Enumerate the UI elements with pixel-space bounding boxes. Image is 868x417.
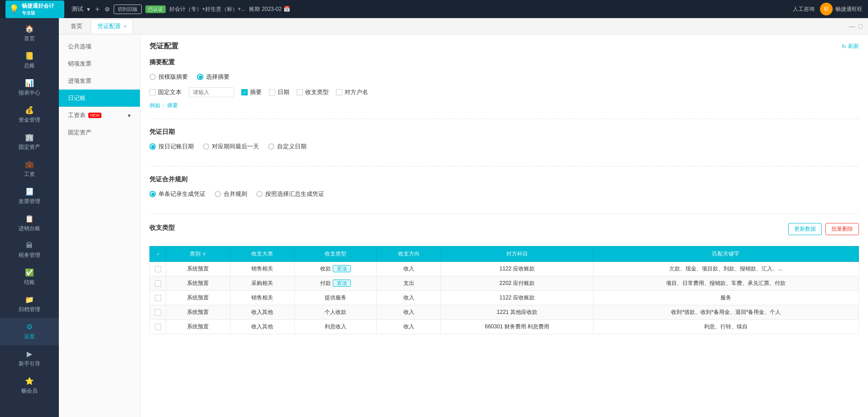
sidebar-item-ledger[interactable]: 📒 总账 bbox=[0, 47, 59, 74]
refresh-button[interactable]: ↻ 刷新 bbox=[842, 43, 859, 50]
tab-home[interactable]: 首页 bbox=[64, 19, 89, 33]
sidebar-item-inout[interactable]: 📋 进销台账 bbox=[0, 210, 59, 237]
row2-type: 付款 置顶 bbox=[294, 276, 377, 291]
row2-check[interactable] bbox=[150, 276, 166, 291]
summary-checkbox-group: 固定文本 ✓ 摘要 日期 收支类型 bbox=[149, 87, 859, 97]
left-nav-payroll[interactable]: 工资表 NEW ▾ bbox=[59, 107, 140, 124]
th-checkbox[interactable]: ✓ bbox=[150, 246, 166, 262]
expand-icon[interactable]: ▾ bbox=[128, 112, 131, 119]
radio-template-circle bbox=[149, 74, 156, 80]
checkbox-income-type[interactable]: 收支类型 bbox=[297, 88, 329, 96]
invoice-icon: 🧾 bbox=[25, 187, 34, 196]
checkbox-date[interactable]: 日期 bbox=[269, 88, 289, 96]
left-nav-sales-label: 销项发票 bbox=[68, 60, 91, 68]
radio-single-label: 单条记录生成凭证 bbox=[158, 190, 206, 198]
dropdown-icon[interactable]: ▾ bbox=[87, 6, 90, 13]
logo-name: 畅捷通好会计 bbox=[22, 2, 54, 10]
sidebar-item-home[interactable]: 🏠 首页 bbox=[0, 20, 59, 47]
row1-keywords: 欠款、现金、项目款、到款、报销款、汇入、... bbox=[593, 262, 858, 276]
page-content: 公共选项 销项发票 进项发票 日记账 工资表 NEW ▾ 固定资产 bbox=[59, 34, 868, 417]
refresh-label: 刷新 bbox=[848, 43, 859, 50]
example-prefix: 例如： bbox=[149, 102, 166, 109]
sidebar-item-capital[interactable]: 💰 资金管理 bbox=[0, 101, 59, 128]
minimize-button[interactable]: — bbox=[849, 23, 855, 30]
user-menu[interactable]: 旺 畅捷通旺旺 bbox=[820, 3, 863, 15]
row4-check[interactable] bbox=[150, 305, 166, 320]
row4-keywords: 收到*借款、收到*备用金、退回*备用金、个人 bbox=[593, 305, 858, 320]
row2-keywords: 项目、日常费用、报销款、车费、承兑汇票、付款 bbox=[593, 276, 858, 291]
radio-journal-date-circle bbox=[149, 143, 156, 150]
radio-single-record[interactable]: 单条记录生成凭证 bbox=[149, 190, 206, 198]
date-section: 凭证日期 按日记账日期 对应期间最后一天 自定义日期 bbox=[149, 128, 859, 166]
row4-type: 个人收款 bbox=[294, 305, 377, 320]
merge-section-title: 凭证合并规则 bbox=[149, 175, 859, 184]
sidebar-item-tax[interactable]: 🏛 税务管理 bbox=[0, 237, 59, 264]
left-nav-purchase-label: 进项发票 bbox=[68, 77, 91, 85]
row1-direction: 收入 bbox=[377, 262, 441, 276]
sidebar-label-invoice: 发票管理 bbox=[19, 198, 40, 205]
row4-category: 系统预置 bbox=[166, 305, 230, 320]
sidebar-item-reports[interactable]: 📊 报表中心 bbox=[0, 74, 59, 101]
capital-icon: 💰 bbox=[25, 106, 34, 114]
radio-custom-date[interactable]: 自定义日期 bbox=[268, 142, 307, 151]
left-nav-fixed-assets[interactable]: 固定资产 bbox=[59, 124, 140, 141]
left-nav-sales[interactable]: 销项发票 bbox=[59, 55, 140, 72]
sidebar-item-close[interactable]: ✅ 结账 bbox=[0, 264, 59, 291]
logo-sub: 专业版 bbox=[22, 10, 54, 16]
left-nav-fixed-assets-label: 固定资产 bbox=[68, 128, 91, 137]
radio-merge-rule[interactable]: 合并规则 bbox=[215, 190, 247, 198]
sidebar-item-archive[interactable]: 📁 归档管理 bbox=[0, 291, 59, 318]
row1-check[interactable] bbox=[150, 262, 166, 276]
radio-period-last[interactable]: 对应期间最后一天 bbox=[203, 142, 259, 151]
checkbox-summary-label: 摘要 bbox=[250, 88, 262, 96]
left-nav-journal[interactable]: 日记账 bbox=[59, 90, 140, 107]
sidebar-item-invoice[interactable]: 🧾 发票管理 bbox=[0, 183, 59, 210]
certified-badge: 已认证 bbox=[145, 5, 166, 13]
tab-window-actions: — □ bbox=[849, 23, 863, 30]
radio-journal-date[interactable]: 按日记账日期 bbox=[149, 142, 194, 151]
row2-category: 系统预置 bbox=[166, 276, 230, 291]
support-link[interactable]: 人工咨询 bbox=[793, 5, 815, 13]
row1-category: 系统预置 bbox=[166, 262, 230, 276]
checkbox-counterpart[interactable]: 对方户名 bbox=[336, 88, 368, 96]
sidebar-item-settings[interactable]: ⚙ 设置 bbox=[0, 318, 59, 345]
example-text: 例如： 摘要 bbox=[149, 102, 859, 109]
row5-subject: 660301 财务费用 利息费用 bbox=[441, 320, 594, 334]
add-icon[interactable]: ＋ bbox=[94, 5, 101, 14]
row3-direction: 收入 bbox=[377, 291, 441, 305]
sidebar-item-assets[interactable]: 🏢 固定资产 bbox=[0, 128, 59, 156]
sidebar-label-settings: 设置 bbox=[24, 333, 35, 341]
checkbox-fixed-text[interactable]: 固定文本 bbox=[149, 88, 182, 96]
row4-direction: 收入 bbox=[377, 305, 441, 320]
sidebar-label-assets: 固定资产 bbox=[19, 143, 40, 151]
top-right-actions: 人工咨询 旺 畅捷通旺旺 bbox=[793, 3, 863, 15]
row3-check[interactable] bbox=[150, 291, 166, 305]
maximize-button[interactable]: □ bbox=[859, 23, 863, 30]
row5-check[interactable] bbox=[150, 320, 166, 334]
tab-voucher-config[interactable]: 凭证配置 × bbox=[91, 19, 133, 33]
left-nav-public[interactable]: 公共选项 bbox=[59, 38, 140, 55]
sidebar-item-guide[interactable]: ▶ 新手引导 bbox=[0, 345, 59, 372]
sidebar-item-member[interactable]: ⭐ 畅会员 bbox=[0, 372, 59, 399]
checkbox-date-box bbox=[269, 89, 275, 95]
radio-template-summary[interactable]: 按模版摘要 bbox=[149, 73, 188, 81]
table-row: 系统预置 收入其他 个人收款 收入 1221 其他应收款 收到*借款、收到*备用… bbox=[150, 305, 859, 320]
checkbox-counterpart-label: 对方户名 bbox=[345, 88, 368, 96]
row5-direction: 收入 bbox=[377, 320, 441, 334]
table-row: 系统预置 销售相关 提供服务 收入 1122 应收账款 服务 bbox=[150, 291, 859, 305]
calendar-icon[interactable]: 📅 bbox=[283, 6, 290, 12]
fixed-text-input[interactable] bbox=[189, 87, 234, 97]
sidebar-item-salary[interactable]: 💼 工资 bbox=[0, 156, 59, 183]
tag-top-1[interactable]: 置顶 bbox=[333, 265, 351, 272]
switch-version-button[interactable]: 切到旧版 bbox=[114, 5, 142, 14]
left-nav-purchase[interactable]: 进项发票 bbox=[59, 72, 140, 90]
checkbox-summary[interactable]: ✓ 摘要 bbox=[241, 88, 262, 96]
settings-icon[interactable]: ⚙ bbox=[105, 6, 110, 13]
update-data-button[interactable]: 更新数据 bbox=[788, 223, 822, 235]
radio-select-summary[interactable]: 选择摘要 bbox=[197, 73, 230, 81]
radio-summary-generate[interactable]: 按照选择汇总生成凭证 bbox=[256, 190, 324, 198]
tag-top-2[interactable]: 置顶 bbox=[333, 280, 351, 287]
batch-delete-button[interactable]: 批量删除 bbox=[825, 223, 859, 235]
tab-close-icon[interactable]: × bbox=[124, 24, 126, 29]
checkbox-summary-box: ✓ bbox=[241, 89, 248, 95]
